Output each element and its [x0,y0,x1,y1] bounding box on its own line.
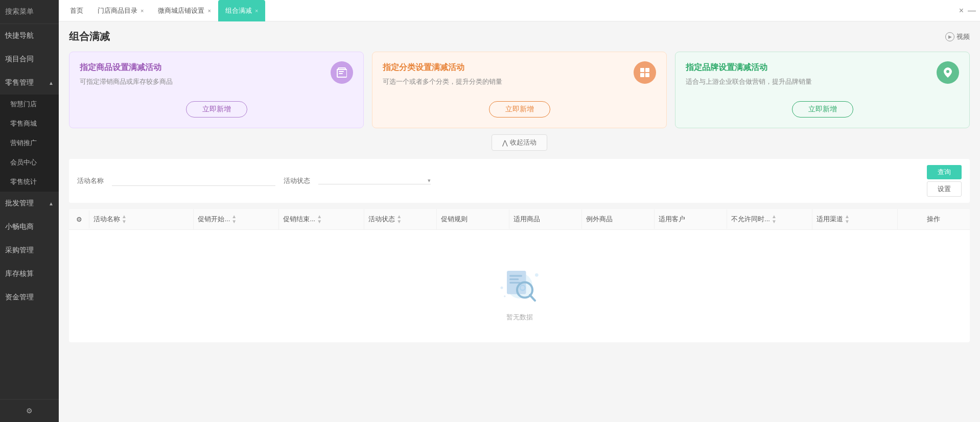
video-link[interactable]: ▶ 视频 [945,32,970,41]
table-header: ⚙ 活动名称 ▲▼ 促销开始... ▲▼ 促销结束... ▲▼ 活动状态 ▲▼ [69,209,970,230]
sort-icon-start: ▲▼ [231,214,237,224]
sidebar-item-purchase[interactable]: 采购管理 [0,239,59,262]
minimize-icon[interactable]: — [968,6,976,15]
main-area: 首页 门店商品目录 × 微商城店铺设置 × 组合满减 × × — 组合满减 ▶ … [59,0,980,422]
filter-actions: 查询 设置 [927,165,962,197]
sidebar-item-wholesale[interactable]: 批发管理 [0,192,59,215]
sidebar-item-smart-store[interactable]: 智慧门店 [0,95,59,114]
sidebar-item-member-center[interactable]: 会员中心 [0,153,59,172]
filter-activity-name-label: 活动名称 [77,176,104,185]
svg-rect-7 [509,278,519,280]
product-card-desc: 可指定滞销商品或库存较多商品 [80,77,353,93]
sort-icon-end: ▲▼ [317,214,322,224]
sidebar-item-xiaochang[interactable]: 小畅电商 [0,215,59,239]
th-status[interactable]: 活动状态 ▲▼ [364,209,437,229]
brand-card-add-btn[interactable]: 立即新增 [792,101,853,118]
svg-point-14 [504,295,505,297]
category-card-title: 指定分类设置满减活动 [383,62,656,73]
th-activity-name[interactable]: 活动名称 ▲▼ [89,209,194,229]
th-channel[interactable]: 适用渠道 ▲▼ [812,209,898,229]
data-table: ⚙ 活动名称 ▲▼ 促销开始... ▲▼ 促销结束... ▲▼ 活动状态 ▲▼ [69,209,970,342]
product-card-add-btn[interactable]: 立即新增 [186,101,247,118]
settings-button[interactable]: 设置 [927,181,962,197]
th-action: 操作 [898,209,970,229]
play-icon: ▶ [945,32,954,41]
tab-store-catalog[interactable]: 门店商品目录 × [90,0,151,21]
svg-point-12 [535,273,539,277]
chevron-down-icon: ▾ [428,177,431,184]
svg-rect-3 [645,73,649,77]
tab-home[interactable]: 首页 [63,0,90,21]
page-header: 组合满减 ▶ 视频 [69,30,970,43]
sidebar-item-fund[interactable]: 资金管理 [0,286,59,309]
tab-wechat-settings[interactable]: 微商城店铺设置 × [151,0,218,21]
th-goods: 适用商品 [509,209,582,229]
sidebar-item-marketing[interactable]: 营销推广 [0,133,59,153]
filter-activity-status-label: 活动状态 [284,176,310,185]
svg-rect-8 [509,282,521,284]
svg-point-13 [500,287,503,289]
brand-activity-card: 指定品牌设置满减活动 适合与上游企业联合做营销，提升品牌销量 立即新增 [675,52,970,128]
svg-rect-2 [640,73,644,77]
brand-card-desc: 适合与上游企业联合做营销，提升品牌销量 [686,77,959,93]
table-gear-icon: ⚙ [76,216,82,223]
th-gear[interactable]: ⚙ [69,210,89,228]
empty-illustration [494,261,545,307]
activity-cards: 指定商品设置满减活动 可指定滞销商品或库存较多商品 立即新增 指定分类设置满减活… [69,52,970,128]
product-card-icon [331,61,353,84]
brand-card-title: 指定品牌设置满减活动 [686,62,959,73]
svg-rect-0 [640,68,644,72]
sidebar-item-retail-stats[interactable]: 零售统计 [0,172,59,192]
svg-rect-6 [509,275,522,276]
sidebar-sub-retail: 智慧门店 零售商城 营销推广 会员中心 零售统计 [0,95,59,192]
tab-close-combo-discount[interactable]: × [255,8,258,14]
sidebar-item-inventory[interactable]: 库存核算 [0,262,59,286]
tab-close-wechat-settings[interactable]: × [207,8,211,14]
svg-line-10 [530,295,535,301]
filter-row: 活动名称 活动状态 ▾ 查询 设置 [69,159,970,203]
empty-text: 暂无数据 [506,313,533,322]
sort-icon-noallow: ▲▼ [772,214,777,224]
empty-state: 暂无数据 [69,230,970,342]
window-controls: × — [959,6,976,15]
category-card-icon [634,61,656,84]
chevron-up-icon: ⋀ [502,139,508,147]
sidebar-search[interactable]: 搜索菜单 [0,0,59,24]
th-rule: 促销规则 [437,209,509,229]
th-noallow[interactable]: 不允许同时... ▲▼ [727,209,812,229]
sidebar-item-retail-mall[interactable]: 零售商城 [0,114,59,133]
sidebar-item-project-contract[interactable]: 项目合同 [0,48,59,71]
page-content: 组合满减 ▶ 视频 指定商品设置满减活动 可指定滞销商品或库存较多商品 立即新增 [59,21,980,422]
filter-activity-status-select[interactable]: ▾ [318,177,431,184]
th-customer: 适用客户 [655,209,727,229]
tab-combo-discount[interactable]: 组合满减 × [218,0,265,21]
category-card-desc: 可选一个或者多个分类，提升分类的销量 [383,77,656,93]
svg-rect-1 [645,68,649,72]
brand-card-icon [937,61,959,84]
th-except: 例外商品 [582,209,655,229]
sidebar: 搜索菜单 快捷导航 项目合同 零售管理 智慧门店 零售商城 营销推广 会员中心 … [0,0,59,422]
category-card-add-btn[interactable]: 立即新增 [489,101,550,118]
category-activity-card: 指定分类设置满减活动 可选一个或者多个分类，提升分类的销量 立即新增 [372,52,667,128]
filter-activity-name-input[interactable] [112,176,275,186]
th-end[interactable]: 促销结束... ▲▼ [279,209,364,229]
th-start[interactable]: 促销开始... ▲▼ [194,209,279,229]
sidebar-item-retail-management[interactable]: 零售管理 [0,71,59,95]
sort-icon-name: ▲▼ [122,214,127,224]
collapse-bar: ⋀ 收起活动 [69,134,970,151]
product-activity-card: 指定商品设置满减活动 可指定滞销商品或库存较多商品 立即新增 [69,52,364,128]
tab-close-store-catalog[interactable]: × [141,8,144,14]
sort-icon-status: ▲▼ [396,214,402,224]
sort-icon-channel: ▲▼ [845,214,850,224]
sidebar-settings[interactable]: ⚙ [0,399,59,422]
sidebar-item-quick-nav[interactable]: 快捷导航 [0,24,59,48]
collapse-activities-btn[interactable]: ⋀ 收起活动 [492,134,547,151]
query-button[interactable]: 查询 [927,165,962,179]
page-title: 组合满减 [69,30,110,43]
tabs-bar: 首页 门店商品目录 × 微商城店铺设置 × 组合满减 × × — [59,0,980,21]
close-icon[interactable]: × [959,6,964,15]
gear-icon: ⚙ [26,407,33,415]
product-card-title: 指定商品设置满减活动 [80,62,353,73]
